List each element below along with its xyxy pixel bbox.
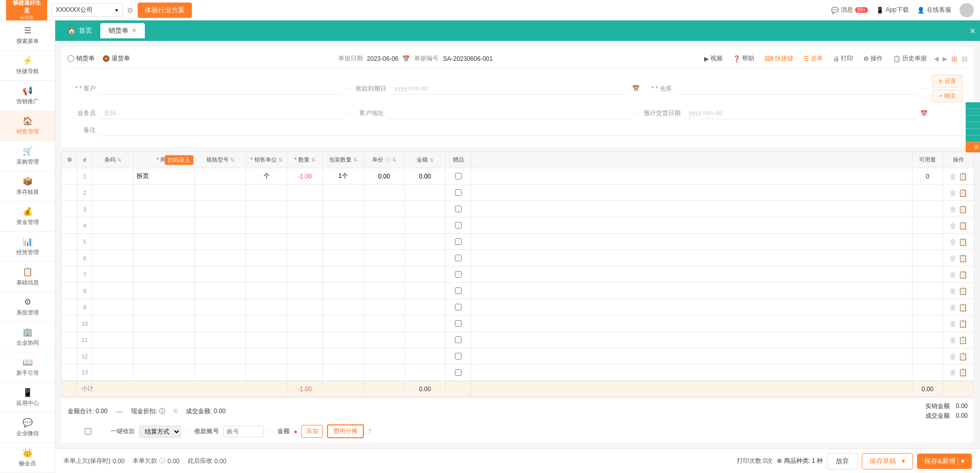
cell-barcode-3[interactable] xyxy=(93,217,134,234)
radio-sale[interactable]: 销货单 xyxy=(68,54,95,63)
cell-unit-8[interactable] xyxy=(246,299,287,316)
operation-btn[interactable]: ⚙ 操作 xyxy=(860,53,886,64)
delete-icon-3[interactable]: 🗑 xyxy=(949,221,956,230)
cell-unit-11[interactable] xyxy=(246,348,287,365)
cell-spec-12[interactable] xyxy=(195,365,246,381)
cell-barcode-0[interactable] xyxy=(93,168,134,185)
cell-qty-5[interactable] xyxy=(287,250,323,266)
trial-button[interactable]: 体验行业方案 xyxy=(138,3,192,18)
owed-info-icon[interactable]: ⓘ xyxy=(159,457,165,465)
cell-pkgqty-9[interactable] xyxy=(323,316,364,332)
cell-spec-7[interactable] xyxy=(195,283,246,299)
cell-pkgqty-1[interactable] xyxy=(323,185,364,201)
cell-qty-10[interactable] xyxy=(287,332,323,348)
sidebar-item-member[interactable]: 👑 畅会员 xyxy=(0,443,55,473)
delete-icon-10[interactable]: 🗑 xyxy=(949,336,956,344)
receipt-calendar-icon[interactable]: 📅 xyxy=(632,85,640,92)
cell-barcode-2[interactable] xyxy=(93,201,134,217)
cell-product-4[interactable] xyxy=(134,234,195,250)
copy-icon-10[interactable]: 📋 xyxy=(959,336,967,344)
cell-amount-4[interactable] xyxy=(405,234,446,250)
help-btn[interactable]: ❓ 帮助 xyxy=(730,53,757,64)
fee-split-button[interactable]: 费用分摊 xyxy=(327,424,364,438)
cell-unit-6[interactable] xyxy=(246,266,287,283)
copy-icon-6[interactable]: 📋 xyxy=(959,271,967,279)
cell-spec-1[interactable] xyxy=(195,185,246,201)
cell-qty-2[interactable] xyxy=(287,201,323,217)
cell-spec-11[interactable] xyxy=(195,348,246,365)
cell-pkgqty-12[interactable] xyxy=(323,365,364,381)
cell-unit-3[interactable] xyxy=(246,217,287,234)
logistics-button[interactable]: + 物流 xyxy=(932,89,963,102)
cell-product-1[interactable] xyxy=(134,185,195,201)
cell-amount-2[interactable] xyxy=(405,201,446,217)
save-draft-chevron-icon[interactable]: ▾ xyxy=(898,457,905,465)
cell-amount-6[interactable] xyxy=(405,266,446,283)
cell-product-12[interactable] xyxy=(134,365,195,381)
salesperson-input[interactable] xyxy=(100,107,342,119)
cell-gift-11[interactable] xyxy=(446,348,471,365)
sidebar-item-purchase[interactable]: 🛒 采购管理 xyxy=(0,141,55,171)
th-settings[interactable]: ⚙ xyxy=(62,152,77,168)
add-button[interactable]: 添加 xyxy=(301,425,323,438)
print-btn[interactable]: 🖨 打印 xyxy=(830,53,856,64)
cell-qty-8[interactable] xyxy=(287,299,323,316)
save-new-button[interactable]: 保存&新增 ▾ xyxy=(917,454,972,469)
remarks-input[interactable] xyxy=(100,124,968,136)
cell-price-3[interactable] xyxy=(364,217,405,234)
side-btn-image[interactable]: 图片 xyxy=(966,102,980,109)
copy-icon-5[interactable]: 📋 xyxy=(959,254,967,262)
side-btn-star[interactable]: 收藏 xyxy=(966,136,980,142)
delete-icon-7[interactable]: 🗑 xyxy=(949,287,956,295)
one-click-payment-checkbox[interactable]: 一键收款 xyxy=(68,427,135,436)
save-draft-button[interactable]: 保存草稿 ▾ xyxy=(862,453,913,469)
copy-icon-2[interactable]: 📋 xyxy=(959,205,967,213)
calendar-icon[interactable]: 📅 xyxy=(402,55,410,62)
goods-type-icon[interactable]: ⊕ xyxy=(777,457,782,464)
customer-input[interactable] xyxy=(100,83,342,95)
copy-icon-3[interactable]: 📋 xyxy=(959,221,967,230)
sidebar-item-quick-nav[interactable]: ⚡ 快捷导航 xyxy=(0,51,55,81)
copy-icon-7[interactable]: 📋 xyxy=(959,287,967,295)
cell-unit-0[interactable] xyxy=(246,168,287,185)
cell-price-12[interactable] xyxy=(364,365,405,381)
cell-price-8[interactable] xyxy=(364,299,405,316)
cell-qty-1[interactable] xyxy=(287,185,323,201)
delete-icon-4[interactable]: 🗑 xyxy=(949,238,956,246)
cell-amount-10[interactable] xyxy=(405,332,446,348)
cell-spec-8[interactable] xyxy=(195,299,246,316)
cell-price-11[interactable] xyxy=(364,348,405,365)
cell-pkgqty-3[interactable] xyxy=(323,217,364,234)
cell-qty-9[interactable] xyxy=(287,316,323,332)
th-price-sort[interactable]: ⇅ xyxy=(392,157,396,163)
cell-gift-6[interactable] xyxy=(446,266,471,283)
sidebar-item-sales[interactable]: 🏠 销售管理 xyxy=(0,111,55,141)
settings-button[interactable]: ⊕ 设置 xyxy=(932,75,963,87)
list-view-icon[interactable]: ⊟ xyxy=(962,55,968,63)
grid-view-icon[interactable]: ⊞ xyxy=(951,55,957,63)
cell-pkgqty-10[interactable] xyxy=(323,332,364,348)
delete-icon-1[interactable]: 🗑 xyxy=(949,189,956,197)
calc-method-select[interactable]: 结算方式 xyxy=(139,425,181,438)
side-btn-approve[interactable]: 审批 xyxy=(966,116,980,122)
cell-gift-1[interactable] xyxy=(446,185,471,201)
cell-qty-0[interactable] xyxy=(287,168,323,185)
cell-price-2[interactable] xyxy=(364,201,405,217)
customer-addr-suffix-icon[interactable]: ··· xyxy=(635,110,640,117)
delete-icon-8[interactable]: 🗑 xyxy=(949,303,956,311)
account-input[interactable] xyxy=(223,426,264,437)
cell-gift-12[interactable] xyxy=(446,365,471,381)
copy-icon-12[interactable]: 📋 xyxy=(959,368,967,376)
cell-gift-8[interactable] xyxy=(446,299,471,316)
sidebar-item-system[interactable]: ⚙ 系统管理 xyxy=(0,292,55,322)
cell-amount-11[interactable] xyxy=(405,348,446,365)
cell-product-10[interactable] xyxy=(134,332,195,348)
cell-unit-1[interactable] xyxy=(246,185,287,201)
cell-unit-5[interactable] xyxy=(246,250,287,266)
th-pkgqty-sort[interactable]: ⇅ xyxy=(353,157,357,163)
cell-gift-3[interactable] xyxy=(446,217,471,234)
cell-spec-9[interactable] xyxy=(195,316,246,332)
delete-icon-11[interactable]: 🗑 xyxy=(949,352,956,361)
cell-price-9[interactable] xyxy=(364,316,405,332)
cell-amount-3[interactable] xyxy=(405,217,446,234)
